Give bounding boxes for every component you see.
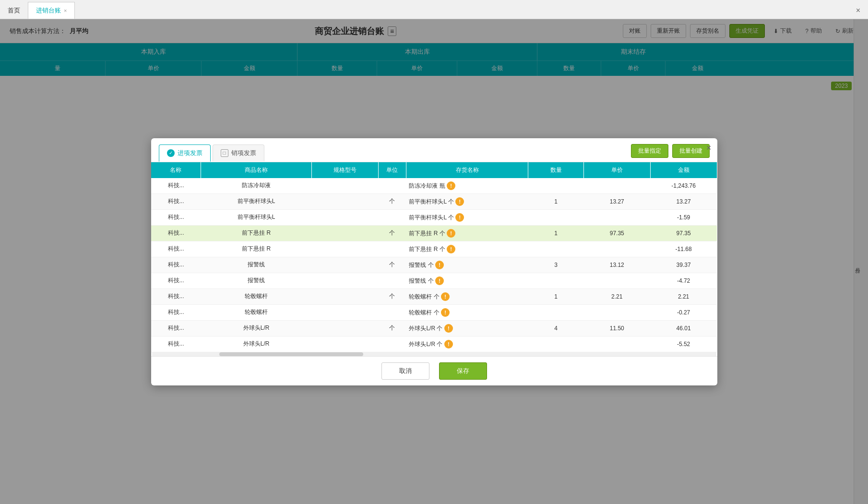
cell-inventory: 轮毂螺杆 个 ! <box>406 288 528 304</box>
modal-dialog: ✓ 进项发票 □ 销项发票 批量指定 批量创建 × 名称 <box>151 138 717 385</box>
cell-price <box>583 209 650 225</box>
tab-outgoing-invoice[interactable]: □ 销项发票 <box>213 144 264 161</box>
cell-spec <box>312 241 379 257</box>
cell-price <box>583 273 650 288</box>
inventory-text: 外球头L/R 个 <box>409 341 442 348</box>
batch-assign-button[interactable]: 批量指定 <box>631 144 668 158</box>
warning-icon: ! <box>435 261 444 269</box>
cell-amount: -1.59 <box>650 209 717 225</box>
cell-inventory: 前平衡杆球头L 个 ! <box>406 193 528 209</box>
cell-product: 前下悬挂 R <box>201 241 312 257</box>
cell-amount: 2.21 <box>650 288 717 304</box>
warning-icon: ! <box>441 308 450 317</box>
inventory-text: 轮毂螺杆 个 <box>409 293 439 300</box>
cell-unit <box>379 178 406 194</box>
cell-spec <box>312 178 379 194</box>
cell-spec <box>312 288 379 304</box>
cell-amount: -4.72 <box>650 273 717 288</box>
table-row: 科技...外球头L/R外球头L/R 个 !-5.52 <box>151 336 717 352</box>
window-close-icon[interactable]: × <box>848 2 868 19</box>
batch-create-button[interactable]: 批量创建 <box>672 144 710 158</box>
inventory-text: 防冻冷却液 瓶 <box>409 182 445 189</box>
cell-product: 轮毂螺杆 <box>201 304 312 320</box>
th-inventory: 存货名称 <box>406 162 528 178</box>
inventory-text: 外球头L/R 个 <box>409 325 442 332</box>
cell-unit <box>379 273 406 288</box>
cell-name: 科技... <box>151 193 201 209</box>
cell-spec <box>312 257 379 273</box>
th-product: 商品名称 <box>201 162 312 178</box>
warning-icon: ! <box>444 324 453 333</box>
cancel-button[interactable]: 取消 <box>381 362 429 380</box>
tab-home[interactable]: 首页 <box>0 2 28 19</box>
cell-inventory: 外球头L/R 个 ! <box>406 320 528 336</box>
tab-active-label: 进销台账 <box>36 6 61 15</box>
cell-name: 科技... <box>151 320 201 336</box>
cell-unit: 个 <box>379 193 406 209</box>
cell-name: 科技... <box>151 241 201 257</box>
main-content: 销售成本计算方法： 月平均 商贸企业进销台账 ≡ 对账 重新开账 存货别名 生成… <box>0 19 868 504</box>
cell-price: 2.21 <box>583 288 650 304</box>
modal-table: 名称 商品名称 规格型号 单位 存货名称 数量 单价 金额 科技...防冻冷却液… <box>151 162 717 352</box>
tab-incoming-invoice[interactable]: ✓ 进项发票 <box>159 144 211 162</box>
modal-header-actions: 批量指定 批量创建 <box>631 144 710 162</box>
top-tab-bar: 首页 进销台账 × × <box>0 0 868 19</box>
cell-product: 外球头L/R <box>201 320 312 336</box>
cell-inventory: 报警线 个 ! <box>406 273 528 288</box>
cell-unit: 个 <box>379 320 406 336</box>
horizontal-scrollbar[interactable] <box>152 352 716 356</box>
cell-unit: 个 <box>379 288 406 304</box>
save-button[interactable]: 保存 <box>439 362 487 380</box>
table-row: 科技...前平衡杆球头L前平衡杆球头L 个 !-1.59 <box>151 209 717 225</box>
cell-product: 前平衡杆球头L <box>201 209 312 225</box>
cell-product: 轮毂螺杆 <box>201 288 312 304</box>
cell-amount: -1,243.76 <box>650 178 717 194</box>
inventory-text: 前平衡杆球头L 个 <box>409 214 454 221</box>
modal-overlay: ✓ 进项发票 □ 销项发票 批量指定 批量创建 × 名称 <box>0 19 868 504</box>
warning-icon: ! <box>441 292 450 301</box>
cell-name: 科技... <box>151 288 201 304</box>
modal-close-button[interactable]: × <box>706 143 712 153</box>
cell-qty <box>528 241 584 257</box>
cell-qty: 1 <box>528 193 584 209</box>
cell-price: 11.50 <box>583 320 650 336</box>
cell-price: 13.12 <box>583 257 650 273</box>
th-price: 单价 <box>583 162 650 178</box>
th-amount: 金额 <box>650 162 717 178</box>
cell-amount: 13.27 <box>650 193 717 209</box>
tab-active[interactable]: 进销台账 × <box>28 2 75 19</box>
cell-price: 97.35 <box>583 225 650 241</box>
cell-amount: -11.68 <box>650 241 717 257</box>
cell-name: 科技... <box>151 304 201 320</box>
table-row: 科技...轮毂螺杆个轮毂螺杆 个 !12.212.21 <box>151 288 717 304</box>
inventory-text: 前下悬挂 R 个 <box>409 246 445 252</box>
warning-icon: ! <box>447 181 455 190</box>
cell-qty: 3 <box>528 257 584 273</box>
th-spec: 规格型号 <box>312 162 379 178</box>
table-row: 科技...报警线个报警线 个 !313.1239.37 <box>151 257 717 273</box>
th-qty: 数量 <box>528 162 584 178</box>
cell-inventory: 外球头L/R 个 ! <box>406 336 528 352</box>
cell-amount: 46.01 <box>650 320 717 336</box>
cell-qty <box>528 336 584 352</box>
cell-inventory: 轮毂螺杆 个 ! <box>406 304 528 320</box>
cell-amount: 97.35 <box>650 225 717 241</box>
outgoing-tab-icon: □ <box>221 149 228 157</box>
warning-icon: ! <box>447 245 455 253</box>
inventory-text: 报警线 个 <box>409 262 433 268</box>
inventory-text: 报警线 个 <box>409 277 433 284</box>
th-unit: 单位 <box>379 162 406 178</box>
table-row: 科技...前平衡杆球头L个前平衡杆球头L 个 !113.2713.27 <box>151 193 717 209</box>
warning-icon: ! <box>455 213 464 222</box>
warning-icon: ! <box>447 229 455 238</box>
cell-product: 前平衡杆球头L <box>201 193 312 209</box>
incoming-tab-icon: ✓ <box>167 149 175 157</box>
cell-name: 科技... <box>151 257 201 273</box>
table-row: 科技...前下悬挂 R个前下悬挂 R 个 !197.3597.35 <box>151 225 717 241</box>
tab-close-icon[interactable]: × <box>64 8 67 13</box>
cell-inventory: 报警线 个 ! <box>406 257 528 273</box>
cell-unit: 个 <box>379 225 406 241</box>
cell-qty <box>528 304 584 320</box>
cell-name: 科技... <box>151 178 201 194</box>
cell-product: 防冻冷却液 <box>201 178 312 194</box>
